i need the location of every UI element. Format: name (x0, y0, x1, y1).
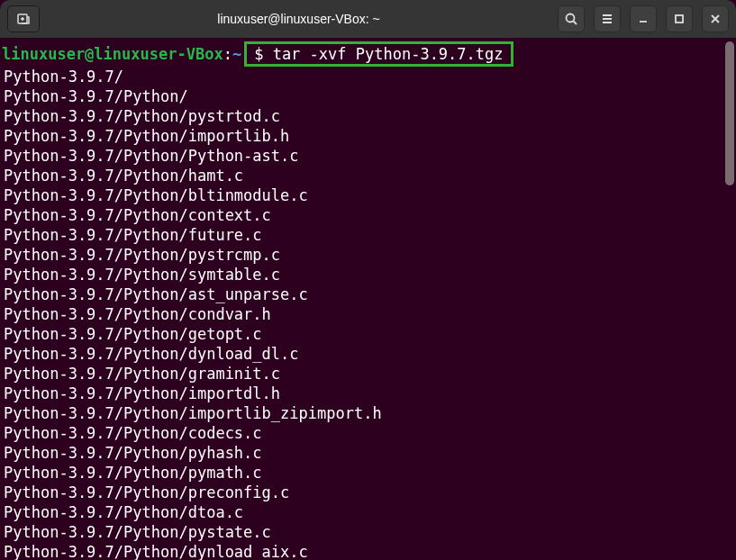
output-line: Python-3.9.7/Python/pymath.c (4, 463, 734, 483)
search-icon (564, 12, 578, 26)
output-line: Python-3.9.7/Python/ast_unparse.c (4, 285, 734, 304)
prompt-dollar: $ (254, 45, 263, 63)
output-line: Python-3.9.7/Python/bltinmodule.c (4, 185, 734, 205)
minimize-icon (636, 12, 650, 26)
output-line: Python-3.9.7/Python/pystrcmp.c (4, 245, 734, 265)
new-tab-button[interactable] (7, 5, 40, 32)
output-line: Python-3.9.7/Python/Python-ast.c (4, 146, 734, 166)
window-titlebar: linuxuser@linuxuser-VBox: ~ (0, 0, 736, 38)
output-line: Python-3.9.7/Python/pystate.c (4, 522, 734, 542)
output-line: Python-3.9.7/Python/hamt.c (4, 166, 734, 185)
output-line: Python-3.9.7/Python/future.c (4, 225, 734, 245)
scrollbar-thumb[interactable] (725, 41, 734, 185)
new-tab-icon (16, 12, 31, 26)
titlebar-left-controls (7, 5, 40, 32)
close-icon (708, 12, 722, 26)
output-line: Python-3.9.7/Python/pyhash.c (4, 443, 734, 463)
minimize-button[interactable] (630, 5, 657, 32)
output-line: Python-3.9.7/Python/dynload_dl.c (4, 344, 734, 364)
hamburger-icon (600, 12, 614, 26)
output-line: Python-3.9.7/Python/importlib_zipimport.… (4, 403, 734, 423)
command-text: tar -xvf Python-3.9.7.tgz (273, 45, 504, 63)
output-line: Python-3.9.7/Python/condvar.h (4, 304, 734, 324)
output-line: Python-3.9.7/ (4, 67, 734, 86)
terminal-body[interactable]: linuxuser@linuxuser-VBox:~$ tar -xvf Pyt… (0, 38, 736, 560)
output-line: Python-3.9.7/Python/context.c (4, 205, 734, 225)
output-line: Python-3.9.7/Python/ (4, 86, 734, 106)
output-line: Python-3.9.7/Python/pystrtod.c (4, 106, 734, 126)
prompt-colon: : (223, 45, 232, 63)
close-button[interactable] (702, 5, 729, 32)
output-line: Python-3.9.7/Python/importdl.h (4, 384, 734, 403)
output-line: Python-3.9.7/Python/preconfig.c (4, 483, 734, 502)
menu-button[interactable] (594, 5, 621, 32)
prompt-user-host: linuxuser@linuxuser-VBox (2, 45, 223, 63)
terminal-output: Python-3.9.7/Python-3.9.7/Python/Python-… (2, 67, 734, 560)
output-line: Python-3.9.7/Python/dynload_aix.c (4, 542, 734, 560)
prompt-path: ~ (232, 45, 241, 63)
svg-point-1 (567, 14, 575, 23)
window-title: linuxuser@linuxuser-VBox: ~ (40, 9, 558, 29)
maximize-button[interactable] (666, 5, 693, 32)
maximize-icon (672, 12, 686, 26)
svg-rect-2 (676, 15, 683, 23)
prompt-line: linuxuser@linuxuser-VBox:~$ tar -xvf Pyt… (2, 41, 734, 67)
highlighted-command: $ tar -xvf Python-3.9.7.tgz (244, 41, 513, 67)
output-line: Python-3.9.7/Python/getopt.c (4, 324, 734, 344)
output-line: Python-3.9.7/Python/codecs.c (4, 423, 734, 443)
output-line: Python-3.9.7/Python/dtoa.c (4, 502, 734, 522)
window-title-text: linuxuser@linuxuser-VBox: ~ (217, 9, 379, 29)
titlebar-right-controls (558, 5, 729, 32)
output-line: Python-3.9.7/Python/symtable.c (4, 265, 734, 285)
search-button[interactable] (558, 5, 585, 32)
output-line: Python-3.9.7/Python/graminit.c (4, 364, 734, 384)
output-line: Python-3.9.7/Python/importlib.h (4, 126, 734, 146)
